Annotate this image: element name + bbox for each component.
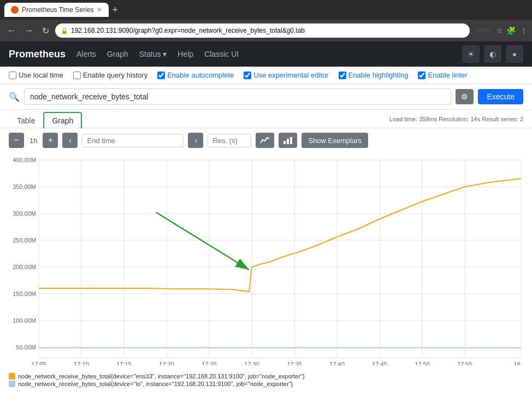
enable-query-history-label: Enable query history — [83, 71, 148, 79]
svg-text:17:25: 17:25 — [202, 361, 217, 365]
enable-autocomplete-option[interactable]: Enable autocomplete — [157, 71, 234, 79]
browser-toolbar: ← → ↻ 🔒 192.168.20.131:9090/graph?g0.exp… — [0, 20, 532, 42]
svg-text:100.00M: 100.00M — [13, 317, 36, 324]
legend-area: node_network_receive_bytes_total{device=… — [0, 370, 532, 392]
svg-text:50.00M: 50.00M — [16, 344, 36, 351]
enable-autocomplete-checkbox[interactable] — [157, 72, 165, 79]
svg-text:17:20: 17:20 — [159, 361, 174, 365]
svg-text:17:55: 17:55 — [457, 361, 472, 365]
refresh-button[interactable]: ↻ — [39, 25, 52, 37]
options-row: Use local time Enable query history Enab… — [0, 67, 532, 84]
time-back-button[interactable]: ‹ — [62, 133, 78, 148]
use-experimental-editor-option[interactable]: Use experimental editor — [244, 71, 328, 79]
tab-graph[interactable]: Graph — [43, 112, 82, 128]
svg-text:300.00M: 300.00M — [13, 210, 36, 217]
address-bar[interactable]: 🔒 192.168.20.131:9090/graph?g0.expr=node… — [55, 23, 470, 38]
enable-highlighting-label: Enable highlighting — [348, 71, 409, 79]
nav-status[interactable]: Status ▾ — [139, 50, 167, 58]
use-experimental-editor-checkbox[interactable] — [244, 72, 251, 79]
tab-table[interactable]: Table — [9, 112, 43, 128]
svg-text:17:10: 17:10 — [74, 361, 89, 365]
time-forward-button[interactable]: › — [188, 133, 203, 148]
theme-dark-button[interactable]: ● — [506, 45, 523, 63]
search-icon: 🔍 — [9, 92, 20, 102]
use-local-time-label: Use local time — [19, 71, 63, 79]
tab-close-button[interactable]: ✕ — [97, 6, 102, 14]
forward-button[interactable]: → — [22, 25, 36, 37]
legend-label-1: node_network_receive_bytes_total{device=… — [18, 373, 305, 380]
tab-meta: Load time: 359ms Resolution: 14s Result … — [389, 116, 523, 124]
svg-text:17:45: 17:45 — [372, 361, 387, 365]
theme-sun-button[interactable]: ☀ — [462, 45, 480, 63]
nav-graph[interactable]: Graph — [107, 50, 128, 58]
svg-text:17:35: 17:35 — [287, 361, 302, 365]
security-icon: 🔒 — [61, 27, 68, 34]
resolution-input[interactable] — [208, 134, 251, 147]
nav-help[interactable]: Help — [178, 50, 193, 58]
enable-highlighting-checkbox[interactable] — [339, 72, 346, 79]
new-tab-button[interactable]: + — [112, 4, 118, 16]
extensions-icon[interactable]: 🧩 — [506, 26, 516, 35]
svg-rect-0 — [283, 141, 286, 144]
app-navbar: Prometheus Alerts Graph Status ▾ Help Cl… — [0, 42, 532, 67]
back-button[interactable]: ← — [4, 25, 19, 37]
legend-color-1 — [9, 373, 15, 380]
svg-text:17:30: 17:30 — [244, 361, 259, 365]
legend-item-1: node_network_receive_bytes_total{device=… — [9, 373, 523, 380]
show-exemplars-button[interactable]: Show Exemplars — [302, 133, 368, 148]
svg-text:350.00M: 350.00M — [13, 183, 36, 190]
decrease-duration-button[interactable]: − — [9, 133, 24, 148]
svg-text:250.00M: 250.00M — [13, 237, 36, 244]
line-chart-icon — [260, 135, 270, 145]
tab-favicon — [11, 6, 19, 14]
zoom-level: 90% — [473, 26, 493, 35]
svg-text:400.00M: 400.00M — [13, 157, 36, 163]
chart-area: .grid-line { stroke: #e0e0e0; stroke-wid… — [0, 152, 532, 370]
increase-duration-button[interactable]: + — [43, 133, 58, 148]
stacked-chart-button[interactable] — [279, 133, 297, 148]
browser-title-bar: Prometheus Time Series ✕ + — [0, 0, 532, 20]
legend-color-2 — [9, 381, 15, 387]
enable-linter-checkbox[interactable] — [418, 72, 425, 79]
enable-linter-option[interactable]: Enable linter — [418, 71, 467, 79]
enable-highlighting-option[interactable]: Enable highlighting — [339, 71, 409, 79]
graph-controls: − 1h + ‹ › Show Exemplars — [0, 128, 532, 152]
legend-label-2: node_network_receive_bytes_total{device=… — [18, 381, 293, 387]
enable-autocomplete-label: Enable autocomplete — [167, 71, 234, 79]
svg-text:17:15: 17:15 — [116, 361, 132, 365]
enable-query-history-checkbox[interactable] — [73, 72, 81, 79]
address-text: 192.168.20.131:9090/graph?g0.expr=node_n… — [71, 27, 464, 34]
browser-menu-icons: 🧩 ⋮ — [506, 26, 528, 35]
svg-text:17:05: 17:05 — [31, 361, 46, 365]
svg-rect-2 — [290, 137, 292, 144]
end-time-input[interactable] — [82, 134, 184, 147]
chart-svg: .grid-line { stroke: #e0e0e0; stroke-wid… — [9, 152, 522, 365]
use-local-time-checkbox[interactable] — [9, 72, 16, 79]
browser-tab[interactable]: Prometheus Time Series ✕ — [4, 3, 109, 17]
tab-title: Prometheus Time Series — [22, 6, 93, 14]
use-experimental-editor-label: Use experimental editor — [253, 71, 328, 79]
duration-label: 1h — [28, 134, 38, 147]
nav-classic-ui[interactable]: Classic UI — [204, 50, 239, 58]
stacked-chart-icon — [283, 135, 293, 145]
menu-icon[interactable]: ⋮ — [520, 26, 528, 35]
nav-alerts[interactable]: Alerts — [76, 50, 96, 58]
svg-line-45 — [156, 212, 249, 270]
bookmark-icon[interactable]: ☆ — [496, 26, 503, 35]
svg-text:200.00M: 200.00M — [13, 264, 36, 270]
search-row: 🔍 ⚙ Execute — [0, 84, 532, 110]
use-local-time-option[interactable]: Use local time — [9, 71, 63, 79]
svg-text:18:00: 18:00 — [513, 361, 522, 365]
svg-text:17:40: 17:40 — [329, 361, 345, 365]
line-chart-button[interactable] — [256, 133, 274, 148]
query-input[interactable] — [24, 88, 451, 105]
theme-half-button[interactable]: ◐ — [484, 45, 501, 63]
svg-rect-1 — [287, 139, 289, 144]
settings-button[interactable]: ⚙ — [456, 89, 474, 104]
enable-linter-label: Enable linter — [428, 71, 467, 79]
svg-text:150.00M: 150.00M — [13, 290, 36, 297]
chart-svg-wrapper: .grid-line { stroke: #e0e0e0; stroke-wid… — [9, 152, 523, 365]
enable-query-history-option[interactable]: Enable query history — [73, 71, 148, 79]
execute-button[interactable]: Execute — [478, 89, 523, 104]
app-brand: Prometheus — [9, 49, 66, 60]
